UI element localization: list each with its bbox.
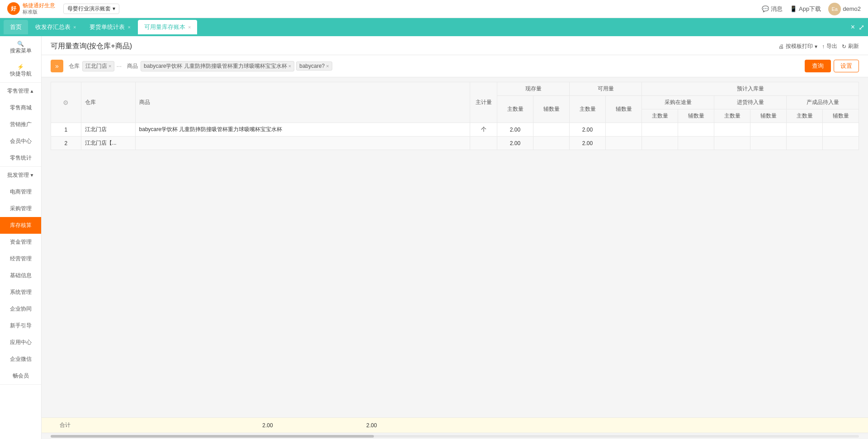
- sidebar-item-ecom[interactable]: 电商管理: [0, 184, 41, 200]
- filter-actions: 查询 设置: [805, 60, 859, 72]
- td-current-main-1: 2.00: [497, 123, 533, 137]
- sidebar-item-enterprise-wechat-label: 企业微信: [10, 356, 32, 362]
- sidebar-search[interactable]: 🔍 搜索菜单: [0, 36, 41, 59]
- tab-receive-close[interactable]: ×: [73, 24, 76, 30]
- filter-toggle-btn[interactable]: »: [51, 60, 63, 72]
- td-pur-aux-1: [678, 123, 714, 137]
- sidebar-item-ops[interactable]: 经营管理: [0, 250, 41, 267]
- sidebar-quick-nav[interactable]: ⚡ 快捷导航: [0, 59, 41, 82]
- sidebar-item-marketing[interactable]: 营销推广: [0, 116, 41, 133]
- sidebar-item-app-center[interactable]: 应用中心: [0, 334, 41, 351]
- th-pur-aux: 辅数量: [678, 109, 714, 123]
- query-btn[interactable]: 查询: [805, 60, 831, 72]
- th-finished-main: 主数量: [787, 109, 823, 123]
- double-arrow-icon: »: [55, 62, 59, 70]
- th-available: 可用量: [570, 82, 642, 96]
- td-pur-main-2: [642, 137, 678, 150]
- export-btn[interactable]: ↑ 导出: [822, 42, 837, 50]
- phone-icon: 📱: [790, 5, 797, 12]
- sidebar-item-retail-stats-label: 零售统计: [10, 155, 32, 161]
- tab-order-stats-close[interactable]: ×: [127, 24, 130, 30]
- logo-texts: 畅捷通好生意 标准版: [23, 2, 55, 15]
- account-selector-label: 母婴行业演示账套: [67, 5, 111, 13]
- sidebar-item-finance[interactable]: 资金管理: [0, 234, 41, 250]
- sidebar-item-enterprise-wechat[interactable]: 企业微信: [0, 351, 41, 368]
- sidebar-item-sys[interactable]: 系统管理: [0, 284, 41, 301]
- th-warehouse: 仓库: [81, 82, 135, 123]
- refresh-label: 刷新: [848, 42, 859, 50]
- footer-available-main: 2.00: [354, 422, 390, 429]
- avatar-initial: Ea: [832, 6, 838, 12]
- wholesale-arrow-icon: ▼: [30, 173, 34, 178]
- td-product-1: babycare学饮杯 儿童防摔防撞吸管杯重力球吸嘴杯宝宝水杯: [135, 123, 470, 137]
- quick-nav-icon: ⚡: [17, 64, 24, 70]
- td-pur-main-1: [642, 123, 678, 137]
- settings-btn[interactable]: 设置: [834, 60, 859, 72]
- header-actions: 🖨 按模板打印 ▾ ↑ 导出 ↻ 刷新: [778, 42, 859, 50]
- tab-receive[interactable]: 收发存汇总表 ×: [29, 20, 82, 34]
- refresh-btn[interactable]: ↻ 刷新: [842, 42, 859, 50]
- tab-available-stock-close[interactable]: ×: [188, 24, 191, 30]
- app-download-btn[interactable]: 📱 App下载: [790, 5, 821, 13]
- sidebar-item-basic-info[interactable]: 基础信息: [0, 267, 41, 284]
- table-row: 2 江北门店【... 2.00 2.00: [51, 137, 859, 150]
- export-icon: ↑: [822, 43, 825, 50]
- tab-order-stats[interactable]: 要货单统计表 ×: [83, 20, 137, 34]
- sidebar-item-wholesale[interactable]: 批发管理 ▼: [0, 167, 41, 184]
- settings-icon[interactable]: ⚙: [63, 99, 69, 106]
- product-label: 商品: [127, 62, 138, 70]
- tab-home-label: 首页: [10, 23, 22, 31]
- account-selector[interactable]: 母婴行业演示账套 ▾: [63, 4, 119, 14]
- td-warehouse-1: 江北门店: [81, 123, 135, 137]
- nav-tabs: 首页 收发存汇总表 × 要货单统计表 × 可用量库存账本 × × ⤢: [0, 18, 868, 36]
- sidebar-item-purchase[interactable]: 采购管理: [0, 200, 41, 217]
- td-inb-main-2: [714, 137, 750, 150]
- product-tag2-close[interactable]: ×: [326, 63, 329, 69]
- logo-icon: 好: [7, 2, 20, 15]
- user-menu[interactable]: Ea demo2: [828, 3, 861, 15]
- warehouse-tag-close[interactable]: ×: [108, 63, 111, 69]
- tab-home[interactable]: 首页: [4, 20, 28, 34]
- td-fin-aux-1: [823, 123, 859, 137]
- sidebar-item-stock[interactable]: 库存核算: [0, 217, 41, 234]
- sidebar-item-new-guide[interactable]: 新手引导: [0, 317, 41, 334]
- th-inbound-main: 主数量: [714, 109, 750, 123]
- th-settings[interactable]: ⚙: [51, 82, 81, 123]
- sidebar-item-member[interactable]: 会员中心: [0, 133, 41, 150]
- sidebar-item-sys-label: 系统管理: [10, 289, 32, 295]
- warehouse-ellipsis[interactable]: ···: [116, 62, 122, 70]
- filter-bar: » 仓库 江北门店 × ··· 商品 babycare学饮杯 儿童防摔防撞吸管杯…: [42, 55, 868, 77]
- td-fin-main-1: [787, 123, 823, 137]
- print-template-btn[interactable]: 🖨 按模板打印 ▾: [778, 42, 817, 50]
- tab-receive-label: 收发存汇总表: [35, 23, 71, 31]
- product-tag-close[interactable]: ×: [288, 63, 291, 69]
- th-current-aux: 辅数量: [533, 96, 570, 123]
- sidebar-item-retail-stats[interactable]: 零售统计: [0, 150, 41, 166]
- sidebar-item-retail-mall-label: 零售商城: [10, 104, 32, 111]
- th-pur-main: 主数量: [642, 109, 678, 123]
- td-fin-main-2: [787, 137, 823, 150]
- filter-warehouse-group: 仓库 江北门店 × ···: [69, 61, 122, 71]
- sidebar-item-stock-label: 库存核算: [10, 222, 32, 228]
- tab-available-stock[interactable]: 可用量库存账本 ×: [138, 20, 197, 34]
- sidebar-item-retail-mgmt[interactable]: 零售管理 ▲: [0, 83, 41, 99]
- product-tag-babycare2: babycare? ×: [296, 61, 332, 71]
- td-pur-aux-2: [678, 137, 714, 150]
- messages-btn[interactable]: 💬 消息: [762, 5, 783, 13]
- expand-icon[interactable]: ⤢: [859, 23, 864, 32]
- scroll-thumb[interactable]: [51, 435, 374, 438]
- sidebar-retail-section: 零售管理 ▲ 零售商城 营销推广 会员中心 零售统计: [0, 83, 41, 167]
- close-all-tabs-btn[interactable]: ×: [851, 23, 855, 31]
- td-current-aux-2: [533, 137, 570, 150]
- logo-sub: 标准版: [23, 9, 55, 15]
- th-main-unit: 主计量: [470, 82, 497, 123]
- sidebar-item-retail-mall[interactable]: 零售商城: [0, 99, 41, 116]
- th-inbound-pending: 进货待入量: [714, 96, 787, 109]
- sidebar-item-vip[interactable]: 畅会员: [0, 368, 41, 384]
- print-chevron-icon: ▾: [815, 43, 817, 50]
- user-label: demo2: [843, 5, 861, 12]
- page-title: 可用量查询(按仓库+商品): [51, 42, 132, 51]
- sidebar-quick-nav-label: 快捷导航: [10, 71, 32, 77]
- sidebar-item-enterprise-collab[interactable]: 企业协同: [0, 301, 41, 317]
- scroll-track[interactable]: [51, 435, 859, 438]
